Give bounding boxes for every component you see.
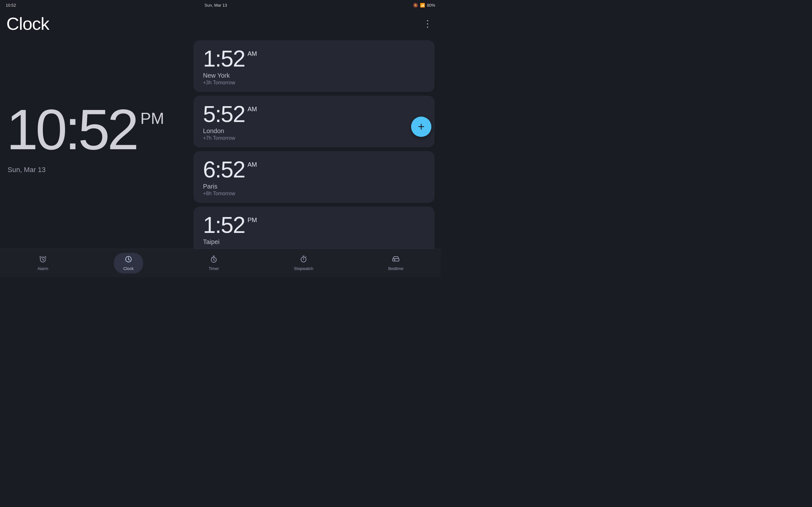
battery-text: 80%: [427, 3, 435, 8]
new-york-ampm: AM: [247, 50, 257, 57]
local-date: Sun, Mar 13: [8, 166, 46, 174]
add-icon: +: [418, 121, 424, 132]
local-time-ampm: PM: [140, 111, 164, 126]
new-york-city: New York: [203, 72, 425, 79]
taipei-time: 1:52: [203, 214, 245, 236]
london-time: 5:52: [203, 103, 245, 125]
taipei-city: Taipei: [203, 238, 425, 245]
bedtime-nav-icon: [392, 256, 400, 265]
clock-nav-label: Clock: [123, 266, 134, 271]
timer-nav-label: Timer: [209, 266, 219, 271]
paris-time: 6:52: [203, 158, 245, 181]
nav-alarm[interactable]: Alarm: [28, 253, 58, 274]
status-date: Sun, Mar 13: [205, 3, 227, 8]
mute-icon: 🔕: [413, 3, 418, 8]
local-clock: 10:52 PM Sun, Mar 13: [0, 37, 190, 250]
london-city: London: [203, 127, 425, 135]
app-title: Clock: [6, 13, 49, 34]
bedtime-nav-label: Bedtime: [388, 266, 403, 271]
status-bar: 10:52 Sun, Mar 13 🔕 📶 80%: [0, 0, 441, 10]
local-time-digits: 10:52: [6, 101, 136, 158]
clock-card-london: 5:52 AM London +7h Tomorrow: [194, 96, 435, 147]
status-icons: 🔕 📶 80%: [413, 3, 435, 8]
svg-rect-4: [393, 259, 399, 261]
alarm-nav-icon: [39, 256, 47, 265]
taipei-ampm: PM: [247, 217, 257, 223]
more-options-icon[interactable]: ⋮: [420, 16, 435, 32]
stopwatch-nav-label: Stopwatch: [294, 266, 313, 271]
nav-timer[interactable]: Timer: [199, 253, 229, 274]
nav-clock[interactable]: Clock: [114, 253, 143, 274]
paris-ampm: AM: [247, 161, 257, 168]
status-time-date: 10:52: [6, 3, 16, 8]
wifi-icon: 📶: [420, 3, 425, 8]
new-york-time: 1:52: [203, 47, 245, 70]
new-york-offset: +3h Tomorrow: [203, 80, 425, 86]
paris-offset: +8h Tomorrow: [203, 191, 425, 196]
london-offset: +7h Tomorrow: [203, 135, 425, 141]
world-clocks-list: 1:52 AM New York +3h Tomorrow 5:52 AM Lo…: [190, 37, 441, 250]
timer-nav-icon: [210, 256, 217, 265]
main-content: 10:52 PM Sun, Mar 13 1:52 AM New York +3…: [0, 37, 441, 250]
clock-card-paris: 6:52 AM Paris +8h Tomorrow: [194, 151, 435, 203]
clock-card-new-york: 1:52 AM New York +3h Tomorrow: [194, 40, 435, 92]
add-clock-button[interactable]: +: [411, 117, 432, 137]
paris-city: Paris: [203, 183, 425, 190]
local-time-display: 10:52 PM: [6, 101, 164, 158]
bottom-nav: Alarm Clock Timer: [0, 249, 441, 277]
stopwatch-nav-icon: [300, 256, 307, 265]
alarm-nav-label: Alarm: [38, 266, 48, 271]
clock-nav-icon: [125, 256, 132, 265]
clock-card-taipei: 1:52 PM Taipei: [194, 207, 435, 250]
nav-bedtime[interactable]: Bedtime: [379, 253, 413, 274]
header: Clock ⋮: [0, 10, 441, 37]
nav-stopwatch[interactable]: Stopwatch: [285, 253, 323, 274]
svg-point-5: [394, 259, 395, 261]
london-ampm: AM: [247, 106, 257, 112]
